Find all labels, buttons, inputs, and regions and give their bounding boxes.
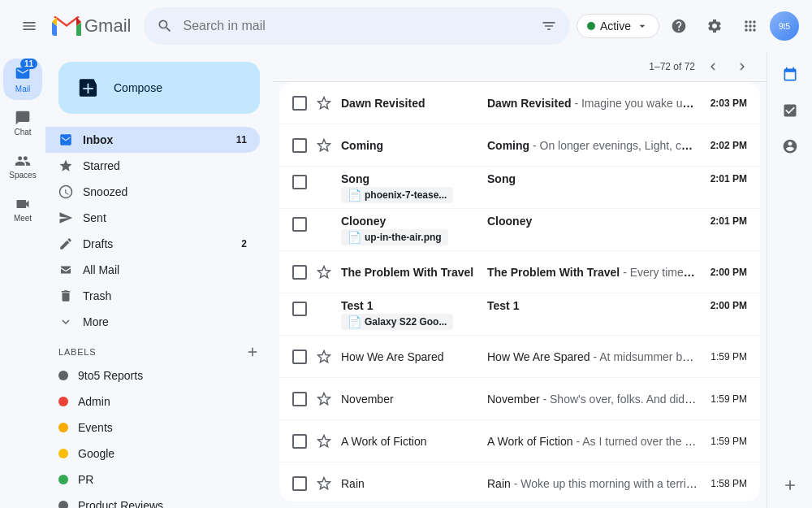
label-events-text: Events xyxy=(78,421,113,434)
avatar[interactable]: 9t5 xyxy=(770,11,799,41)
email-checkbox[interactable] xyxy=(292,265,307,280)
starred-label: Starred xyxy=(83,159,247,172)
label-events[interactable]: Events xyxy=(45,415,260,441)
filter-icon xyxy=(541,18,557,34)
label-pr-text: PR xyxy=(78,473,93,486)
search-input[interactable] xyxy=(183,19,530,33)
label-admin-text: Admin xyxy=(78,395,110,408)
email-subject-preview: How We Are Spared - At midsummer before … xyxy=(487,350,698,363)
table-row[interactable]: Dawn Revisited Dawn Revisited - Imagine … xyxy=(279,82,760,124)
topbar-actions: Active 9t5 xyxy=(577,10,799,42)
label-admin[interactable]: Admin xyxy=(45,389,260,415)
star-icon[interactable] xyxy=(317,175,331,189)
label-dot xyxy=(58,397,68,406)
email-sender: Dawn Revisited xyxy=(341,97,487,110)
settings-button[interactable] xyxy=(698,10,731,42)
nav-item-more[interactable]: More xyxy=(45,309,260,335)
table-row[interactable]: How We Are Spared How We Are Spared - At… xyxy=(279,336,760,378)
star-icon[interactable] xyxy=(317,392,331,406)
attachment-name: phoenix-7-tease... xyxy=(365,189,447,201)
label-pr[interactable]: PR xyxy=(45,467,260,493)
email-checkbox[interactable] xyxy=(292,434,307,449)
right-icon-calendar[interactable] xyxy=(774,59,806,91)
star-icon[interactable] xyxy=(317,350,331,364)
email-time: 1:59 PM xyxy=(710,436,747,447)
right-icon-add[interactable] xyxy=(774,469,806,501)
label-9to5reports-text: 9to5 Reports xyxy=(78,369,143,382)
email-subject-preview: A Work of Fiction - As I turned over the… xyxy=(487,435,698,448)
gmail-wordmark: Gmail xyxy=(84,15,131,37)
sidebar-icon-mail[interactable]: 11 Mail xyxy=(3,59,42,100)
next-page-button[interactable] xyxy=(731,55,754,78)
email-checkbox[interactable] xyxy=(292,175,307,189)
nav-item-starred[interactable]: Starred xyxy=(45,153,260,179)
inbox-label: Inbox xyxy=(83,133,233,146)
label-google[interactable]: Google xyxy=(45,441,260,467)
table-row[interactable]: The Problem With Travel The Problem With… xyxy=(279,251,760,293)
email-with-attachment: Test 1 Test 1 2:00 PM 📄 Galaxy S22 Goo..… xyxy=(341,299,747,330)
email-time: 2:03 PM xyxy=(710,98,747,109)
email-checkbox[interactable] xyxy=(292,96,307,111)
nav-item-snoozed[interactable]: Snoozed xyxy=(45,179,260,205)
email-checkbox[interactable] xyxy=(292,392,307,406)
email-subject-preview: November - Show's over, folks. And didn'… xyxy=(487,393,698,406)
table-row[interactable]: Rain Rain - Woke up this morning with a … xyxy=(279,462,760,501)
right-icon-contacts[interactable] xyxy=(774,130,806,163)
topbar: Gmail Active xyxy=(0,0,812,52)
search-icon xyxy=(157,18,173,34)
star-icon[interactable] xyxy=(317,476,331,491)
email-sender: Song xyxy=(341,172,487,185)
email-checkbox[interactable] xyxy=(292,476,307,491)
email-checkbox[interactable] xyxy=(292,217,307,232)
table-row[interactable]: November November - Show's over, folks. … xyxy=(279,378,760,420)
status-pill[interactable]: Active xyxy=(577,14,659,38)
right-icon-tasks[interactable] xyxy=(774,94,806,127)
nav-item-trash[interactable]: Trash xyxy=(45,283,260,309)
label-dot xyxy=(58,423,68,432)
labels-section: Labels 9to5 Reports Admin Events Google xyxy=(45,335,273,508)
table-row[interactable]: Song Song 2:01 PM 📄 phoenix-7-tease... xyxy=(279,167,760,209)
apps-button[interactable] xyxy=(734,10,767,42)
star-icon[interactable] xyxy=(317,302,331,316)
email-sender: Coming xyxy=(341,139,487,152)
help-button[interactable] xyxy=(663,10,695,42)
sidebar-icon-chat[interactable]: Chat xyxy=(3,103,42,143)
table-row[interactable]: Coming Coming - On longer evenings, Ligh… xyxy=(279,124,760,167)
drafts-badge: 2 xyxy=(241,238,247,250)
sidebar-icon-meet[interactable]: Meet xyxy=(3,189,42,229)
table-row[interactable]: A Work of Fiction A Work of Fiction - As… xyxy=(279,420,760,462)
nav-item-sent[interactable]: Sent xyxy=(45,205,260,231)
table-row[interactable]: Test 1 Test 1 2:00 PM 📄 Galaxy S22 Goo..… xyxy=(279,293,760,336)
email-subject-preview: Test 1 xyxy=(487,299,698,312)
email-checkbox[interactable] xyxy=(292,350,307,364)
label-product-reviews[interactable]: Product Reviews xyxy=(45,493,260,508)
email-checkbox[interactable] xyxy=(292,138,307,153)
email-time: 1:58 PM xyxy=(710,478,747,489)
nav-item-drafts[interactable]: Drafts 2 xyxy=(45,231,260,257)
star-icon[interactable] xyxy=(317,138,331,153)
attachment-name: up-in-the-air.png xyxy=(365,232,442,243)
email-sender: The Problem With Travel xyxy=(341,266,487,279)
sidebar-icon-spaces[interactable]: Spaces xyxy=(3,146,42,186)
menu-button[interactable] xyxy=(13,10,45,42)
email-subject-preview: Song xyxy=(487,172,698,185)
prev-page-button[interactable] xyxy=(702,55,724,78)
star-icon[interactable] xyxy=(317,434,331,449)
right-panel xyxy=(767,52,812,508)
compose-button[interactable]: Compose xyxy=(58,62,260,114)
email-subject-preview: Dawn Revisited - Imagine you wake up aga… xyxy=(487,97,698,110)
label-dot xyxy=(58,475,68,484)
add-label-button[interactable] xyxy=(245,345,260,359)
left-navigation: Compose Inbox 11 Starred Snoozed Sent Dr… xyxy=(45,52,273,508)
search-bar[interactable] xyxy=(144,7,569,45)
table-row[interactable]: Clooney Clooney 2:01 PM 📄 up-in-the-air.… xyxy=(279,209,760,251)
star-icon[interactable] xyxy=(317,265,331,280)
nav-item-inbox[interactable]: Inbox 11 xyxy=(45,127,260,153)
email-checkbox[interactable] xyxy=(292,302,307,316)
label-9to5reports[interactable]: 9to5 Reports xyxy=(45,363,260,389)
star-icon[interactable] xyxy=(317,96,331,111)
nav-item-allmail[interactable]: All Mail xyxy=(45,257,260,283)
main-content: 1–72 of 72 Dawn Revisited Dawn Revisited… xyxy=(273,52,767,508)
star-icon[interactable] xyxy=(317,217,331,232)
email-with-attachment: Song Song 2:01 PM 📄 phoenix-7-tease... xyxy=(341,172,747,203)
